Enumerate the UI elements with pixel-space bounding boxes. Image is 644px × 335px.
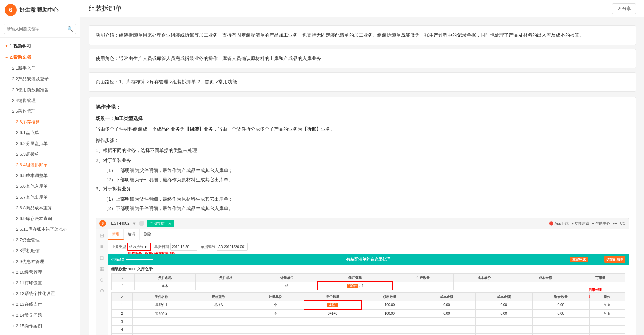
path-card: 页面路径：1、库存核算->库存管理->组装拆卸单 2、首页->常用功能 [89, 72, 636, 92]
ss-date-value[interactable]: 2019-12-20 [170, 243, 197, 251]
ss-type-label: 业务类型 [111, 244, 126, 250]
ss-form-area: 业务类型 组装拆卸 ▼ 单据日期 2019-12-20 [108, 240, 629, 254]
ss-tab-edit[interactable]: 编辑 [124, 229, 140, 240]
sidebar-item-label: 2.6.9库存账本查询 [16, 216, 52, 222]
ss-search-area: 供商品名 [111, 257, 153, 262]
sidebar-item-label: 2.6.2分量盘点单 [16, 141, 48, 147]
ss-select-btn[interactable]: 选装配清单 [604, 256, 625, 263]
ss-tab-new[interactable]: 新增 [108, 229, 124, 240]
share-label: 分享 [622, 6, 631, 12]
ss-logo: 6 [99, 220, 106, 227]
expand-icon: − [5, 55, 8, 60]
ss-upper-table: ✓ 父件名称 父件规格 计量单位 生产数量 生产数量 成本单价 成本金额 可用量 [111, 273, 625, 290]
intro-text: 功能介绍：组装拆卸单用来处理企业组装或拆卸等加工业务，支持有固定装配清单的产品加… [96, 32, 584, 38]
scenario1-desc: 当由多个子件材料组装成一个成品的业务为【组装】业务，当由一个父件拆分成多个子产品… [96, 125, 629, 133]
ss-main: 新增 编辑 删除 业务类型 [108, 229, 629, 335]
ss-banner: 有装配清单的在这里处理 选装配清单 供商品名 立案完成 [108, 254, 629, 264]
top-bar: 组装拆卸单 ↗ 分享 [80, 0, 644, 17]
role-card: 使用角色：通常由生产人员或库管人员完成拆装业务的操作，库管人员确认原材料的出库和… [89, 49, 636, 68]
sidebar-item-label: 2.6.1盘点单 [16, 130, 39, 136]
sidebar-item-stocktake[interactable]: 2.6.1盘点单 [0, 127, 80, 138]
search-box: 🔍 [0, 20, 80, 38]
sidebar-item-label: 2.6.7其他出库单 [16, 194, 48, 200]
expand-icon: + [12, 281, 15, 286]
sidebar-item-install[interactable]: 2.2产品安装及登录 [0, 74, 80, 85]
sidebar-item-label: 2.10经营管理 [16, 269, 42, 275]
ss-nav-icon-chart: ▦ [99, 264, 104, 273]
sidebar-item-mobile[interactable]: + 2.8手机旺铺 [0, 245, 80, 256]
table-row: 5 [112, 334, 625, 335]
sidebar-item-goodscost[interactable]: 2.6.8商品成本重算 [0, 203, 80, 213]
ss-green-btn: 同期数据汇入 [147, 220, 174, 227]
sidebar-item-cost[interactable]: 2.6.5成本调整单 [0, 170, 80, 181]
ss-no-value[interactable]: AD-20191226-001 [217, 243, 248, 251]
sidebar-item-docs[interactable]: − 2.帮助文档 [0, 52, 80, 63]
step2: 2、对于组装业务 [96, 157, 629, 165]
sidebar-item-inventory[interactable]: − 2.6库存核算 [0, 117, 80, 127]
ss-nav-icon-box: □ [100, 253, 104, 262]
sidebar-item-stockcheck[interactable]: 2.6.9库存账本查询 [0, 213, 80, 224]
content-area: 功能介绍：组装拆卸单用来处理企业组装或拆卸等加工业务，支持有固定装配清单的产品加… [80, 17, 644, 335]
sidebar-item-video[interactable]: + 1.视频学习 [0, 40, 80, 52]
sidebar-item-label: 2.13在线支付 [16, 301, 42, 308]
search-input[interactable] [4, 24, 65, 33]
search-icon[interactable]: 🔍 [65, 24, 76, 34]
ss-left-nav: ⊞ ≡ □ ▦ ☺ ⚙ [96, 229, 108, 335]
ss-field-date: 单据日期 2019-12-20 [154, 243, 197, 251]
ss-refresh-icon [139, 221, 144, 226]
sidebar-item-operation[interactable]: + 2.10经营管理 [0, 267, 80, 278]
sidebar-item-data[interactable]: 2.3使用前数据准备 [0, 85, 80, 95]
ss-no-label: 单据编号 [201, 244, 215, 250]
sidebar-item-label: 2.6.6其他入库单 [16, 183, 48, 189]
ss-body: ⊞ ≡ □ ▦ ☺ ⚙ 新增 [96, 229, 629, 335]
ss-tab-delete[interactable]: 删除 [140, 229, 155, 240]
sidebar-item-label: 1.视频学习 [10, 43, 31, 49]
sidebar-item-label: 2.6.3调拨单 [16, 151, 39, 157]
sidebar-item-label: 2.帮助文档 [10, 54, 31, 60]
ss-icons: 🔴 App下载 ● 功能建议 ● 帮助中心 ●● CC [549, 220, 625, 227]
expand-icon: + [12, 313, 15, 318]
sidebar-item-assembly[interactable]: 2.6.4组装拆卸单 [0, 160, 80, 170]
sidebar-item-stockerror[interactable]: 2.6.10库存账本错了怎么办 [0, 224, 80, 235]
sidebar-item-finance[interactable]: + 2.7资金管理 [0, 235, 80, 245]
sidebar-item-faq[interactable]: + 2.14常见问题 [0, 310, 80, 321]
ss-nav-icon-person: ☺ [99, 275, 104, 284]
ss-warehouse-select[interactable] [156, 268, 170, 270]
ss-lower-table-wrap: 启用处理 ↓ ✓ 子件名称 规格型号 计量单位 [108, 290, 629, 335]
sidebar: 6 好生意 帮助中心 🔍 + 1.视频学习 − 2.帮助文档 2.1新手入门 2… [0, 0, 80, 335]
share-button[interactable]: ↗ 分享 [612, 3, 636, 14]
ss-nav-icon-list: ≡ [100, 242, 103, 251]
sidebar-item-cases[interactable]: + 2.15操作案例 [0, 321, 80, 331]
main-area: 组装拆卸单 ↗ 分享 功能介绍：组装拆卸单用来处理企业组装或拆卸等加工业务，支持… [80, 0, 644, 335]
ss-field-no: 单据编号 AD-20191226-001 [201, 243, 248, 251]
share-icon: ↗ [617, 6, 621, 11]
ss-company: TEST-H002 [109, 220, 130, 227]
sidebar-item-purchase[interactable]: 2.5采购管理 [0, 106, 80, 117]
expand-icon: + [12, 259, 15, 264]
sidebar-item-coupon[interactable]: + 2.9优惠券管理 [0, 256, 80, 267]
sidebar-item-print[interactable]: + 2.11打印设置 [0, 278, 80, 288]
expand-icon: + [5, 44, 8, 48]
expand-icon: + [12, 302, 15, 307]
ss-search-input[interactable] [126, 259, 153, 260]
sidebar-item-label: 2.6库存核算 [16, 119, 40, 125]
ss-upper-label: 组装数量: 100 入库仓库: [108, 265, 629, 274]
sidebar-item-outother[interactable]: 2.6.7其他出库单 [0, 192, 80, 203]
steps-card: 操作步骤： 场景一：加工类型选择 当由多个子件材料组装成一个成品的业务为【组装】… [89, 97, 636, 335]
sidebar-item-onlinepay[interactable]: + 2.13在线支付 [0, 299, 80, 310]
sidebar-item-personalize[interactable]: + 2.12系统个性化设置 [0, 288, 80, 299]
sidebar-item-label: 2.8手机旺铺 [16, 248, 40, 254]
sidebar-item-label: 2.6.8商品成本重算 [16, 205, 52, 211]
sidebar-item-split[interactable]: 2.6.2分量盘点单 [0, 138, 80, 149]
sidebar-item-inother[interactable]: 2.6.6其他入库单 [0, 181, 80, 192]
step3: 3、对于拆装业务 [96, 185, 629, 193]
ss-tabs: 新增 编辑 删除 [108, 229, 629, 240]
sidebar-item-new[interactable]: 2.1新手入门 [0, 63, 80, 74]
ss-date-label: 单据日期 [154, 244, 169, 250]
sidebar-item-sales[interactable]: 2.4销售管理 [0, 95, 80, 106]
ss-confirm-btn[interactable]: 立案完成 [570, 256, 588, 263]
sidebar-item-label: 2.12系统个性化设置 [16, 291, 55, 297]
page-title: 组装拆卸单 [89, 4, 122, 13]
step3-sub2: （2）下部明细为子件明细，最终作为产成品生成其它入库单。 [104, 205, 629, 213]
sidebar-item-adjust[interactable]: 2.6.3调拨单 [0, 149, 80, 160]
